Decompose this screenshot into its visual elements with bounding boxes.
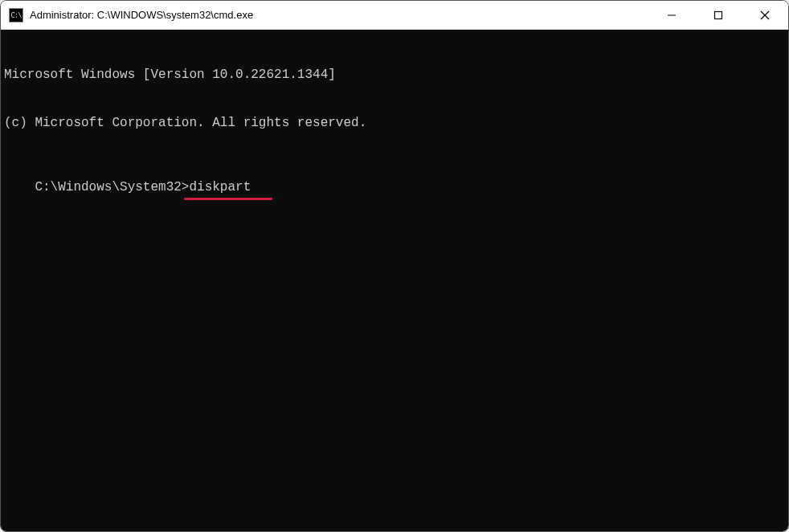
terminal-prompt: C:\Windows\System32>: [35, 180, 189, 194]
terminal-command: diskpart: [189, 180, 251, 194]
terminal-output-line: Microsoft Windows [Version 10.0.22621.13…: [4, 67, 785, 83]
minimize-icon: [667, 10, 677, 20]
terminal-prompt-line: C:\Windows\System32>diskpart: [35, 179, 251, 195]
terminal-area[interactable]: Microsoft Windows [Version 10.0.22621.13…: [1, 30, 788, 531]
window-controls: [648, 1, 788, 29]
cmd-icon: C:\: [9, 8, 23, 23]
cmd-window: C:\ Administrator: C:\WINDOWS\system32\c…: [0, 0, 789, 532]
maximize-icon: [713, 10, 723, 20]
red-underline-annotation: [184, 198, 272, 200]
close-icon: [760, 10, 770, 20]
close-button[interactable]: [742, 1, 788, 29]
maximize-button[interactable]: [695, 1, 742, 29]
titlebar[interactable]: C:\ Administrator: C:\WINDOWS\system32\c…: [1, 1, 788, 30]
minimize-button[interactable]: [648, 1, 695, 29]
terminal-output-line: (c) Microsoft Corporation. All rights re…: [4, 115, 785, 131]
svg-rect-1: [715, 11, 722, 18]
window-title: Administrator: C:\WINDOWS\system32\cmd.e…: [30, 9, 253, 21]
